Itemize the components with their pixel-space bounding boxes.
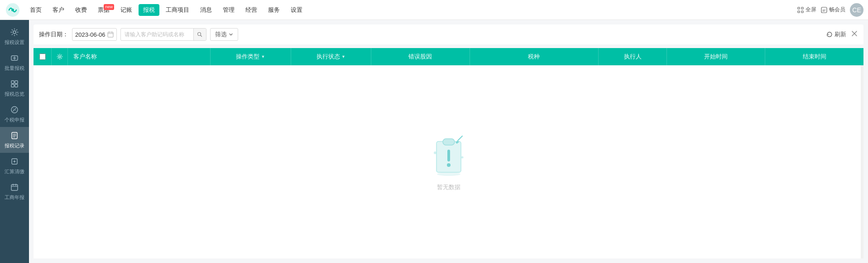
- nav-item-记账[interactable]: 记账: [116, 4, 137, 16]
- nav-item-票据[interactable]: 票据new: [93, 4, 114, 16]
- refresh-label: 刷新: [834, 30, 846, 39]
- top-nav-right: 全屏 畅会员 CE: [797, 3, 863, 17]
- svg-rect-2: [798, 7, 800, 9]
- th-tax-type-label: 税种: [528, 53, 540, 61]
- chevron-down-icon: [229, 32, 233, 37]
- member-btn[interactable]: 畅会员: [821, 6, 845, 14]
- nav-item-收费[interactable]: 收费: [71, 4, 91, 16]
- nav-item-经营[interactable]: 经营: [241, 4, 262, 16]
- content-area: 操作日期： 2023-06-06 筛选: [29, 20, 868, 263]
- main-layout: 报税设置批量报税报税总览个税申报报税记录汇算清缴工商年报 操作日期： 2023-…: [0, 20, 868, 263]
- nav-item-服务[interactable]: 服务: [264, 4, 284, 16]
- svg-rect-17: [108, 32, 113, 37]
- table-body: 暂无数据: [34, 65, 863, 258]
- filter-label: 筛选: [215, 30, 227, 39]
- date-label: 操作日期：: [39, 30, 68, 39]
- tax-icon: [10, 105, 19, 115]
- sidebar-item-汇算清缴[interactable]: 汇算清缴: [0, 153, 29, 179]
- date-picker[interactable]: 2023-06-06: [72, 28, 117, 41]
- th-executor-label: 执行人: [624, 53, 642, 61]
- nav-item-工商项目[interactable]: 工商项目: [161, 4, 194, 16]
- settings-icon: [10, 27, 19, 37]
- member-label: 畅会员: [829, 6, 845, 14]
- fullscreen-label: 全屏: [806, 6, 816, 14]
- avatar[interactable]: CE: [850, 3, 863, 17]
- svg-line-26: [458, 136, 462, 141]
- scrollbar-track[interactable]: [861, 65, 863, 258]
- search-input[interactable]: [121, 31, 193, 38]
- svg-point-23: [447, 163, 451, 167]
- sidebar-item-报税总览[interactable]: 报税总览: [0, 75, 29, 101]
- th-client-label: 客户名称: [73, 53, 97, 61]
- sidebar-item-批量报税[interactable]: 批量报税: [0, 49, 29, 75]
- nav-item-设置[interactable]: 设置: [286, 4, 307, 16]
- nav-item-管理[interactable]: 管理: [218, 4, 239, 16]
- svg-point-25: [461, 156, 463, 159]
- overview-icon: [10, 79, 19, 89]
- sidebar-item-报税记录[interactable]: 报税记录: [0, 127, 29, 153]
- svg-rect-12: [15, 84, 18, 87]
- svg-point-18: [198, 33, 201, 36]
- column-settings-icon: [57, 54, 63, 60]
- sidebar-item-个税申报[interactable]: 个税申报: [0, 101, 29, 127]
- th-start-time-label: 开始时间: [704, 53, 728, 61]
- sidebar-item-label: 工商年报: [5, 194, 24, 201]
- th-checkbox[interactable]: [34, 48, 52, 65]
- refresh-icon: [826, 31, 833, 38]
- sidebar-item-工商年报[interactable]: 工商年报: [0, 179, 29, 205]
- svg-rect-21: [443, 139, 455, 145]
- svg-rect-3: [801, 7, 803, 9]
- status-sort-icon: ▼: [341, 54, 345, 59]
- th-client: 客户名称: [68, 48, 211, 65]
- close-button[interactable]: [851, 30, 858, 39]
- th-start-time: 开始时间: [667, 48, 766, 65]
- svg-rect-4: [798, 11, 800, 13]
- svg-rect-11: [11, 84, 14, 87]
- nav-item-消息[interactable]: 消息: [196, 4, 216, 16]
- sidebar: 报税设置批量报税报税总览个税申报报税记录汇算清缴工商年报: [0, 20, 29, 263]
- sidebar-item-label: 个税申报: [5, 117, 24, 123]
- app-logo[interactable]: [5, 2, 21, 18]
- fullscreen-btn[interactable]: 全屏: [797, 6, 816, 14]
- fullscreen-icon: [797, 7, 804, 13]
- search-button[interactable]: [193, 28, 206, 41]
- th-tax-type: 税种: [470, 48, 599, 65]
- nav-badge-票据: new: [104, 4, 114, 10]
- date-value: 2023-06-06: [75, 31, 106, 38]
- svg-point-28: [437, 172, 460, 176]
- search-icon: [197, 32, 202, 37]
- nav-items: 首页客户收费票据new记账报税工商项目消息管理经营服务设置: [25, 4, 797, 16]
- th-end-time: 结束时间: [765, 48, 863, 65]
- top-nav: 首页客户收费票据new记账报税工商项目消息管理经营服务设置 全屏 畅会员 CE: [0, 0, 868, 20]
- th-settings[interactable]: [52, 48, 68, 65]
- th-error: 错误股因: [371, 48, 470, 65]
- sidebar-item-label: 报税设置: [5, 39, 24, 46]
- nav-item-客户[interactable]: 客户: [48, 4, 69, 16]
- refresh-button[interactable]: 刷新: [826, 30, 846, 39]
- filter-button[interactable]: 筛选: [210, 28, 238, 41]
- empty-text: 暂无数据: [437, 183, 460, 191]
- table-header: 客户名称 操作类型 ▼ 执行状态 ▼ 错误股因 税种 执行人: [34, 48, 863, 65]
- search-box: [120, 28, 206, 41]
- nav-item-报税[interactable]: 报税: [139, 4, 159, 16]
- avatar-text: CE: [852, 6, 861, 14]
- svg-point-19: [59, 56, 61, 58]
- nav-item-首页[interactable]: 首页: [25, 4, 46, 16]
- svg-rect-22: [447, 150, 450, 161]
- svg-rect-5: [801, 11, 803, 13]
- record-icon: [10, 131, 19, 141]
- select-all-checkbox[interactable]: [39, 54, 46, 60]
- svg-point-7: [13, 31, 16, 34]
- svg-point-24: [434, 151, 436, 154]
- sidebar-item-报税设置[interactable]: 报税设置: [0, 24, 29, 49]
- svg-point-1: [11, 9, 14, 11]
- th-status-label: 执行状态: [317, 53, 340, 61]
- sidebar-item-label: 报税记录: [5, 142, 24, 149]
- calc-icon: [10, 156, 19, 166]
- th-op-type-label: 操作类型: [236, 53, 259, 61]
- th-status[interactable]: 执行状态 ▼: [291, 48, 371, 65]
- th-op-type[interactable]: 操作类型 ▼: [211, 48, 291, 65]
- sidebar-item-label: 汇算清缴: [5, 168, 24, 175]
- toolbar-right: 刷新: [826, 30, 858, 39]
- svg-rect-16: [11, 185, 18, 190]
